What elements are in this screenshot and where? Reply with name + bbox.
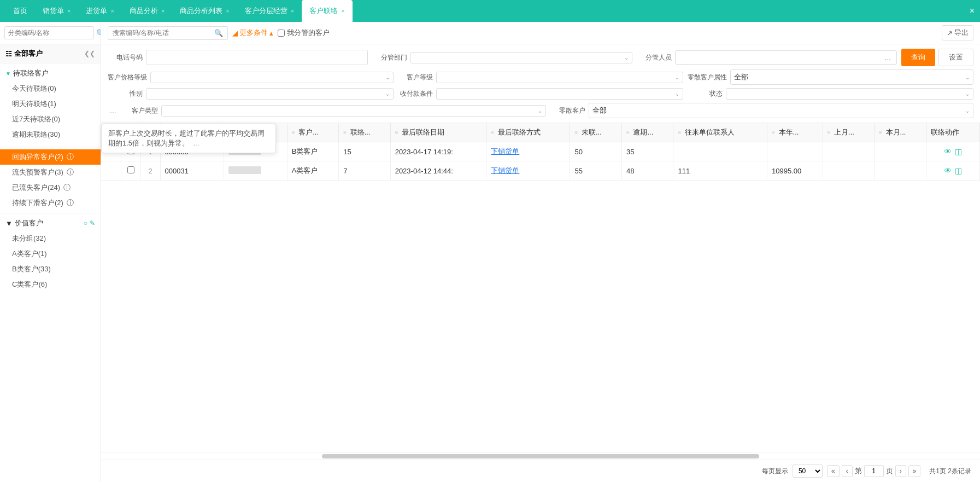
nav-close-customer-segment[interactable]: × xyxy=(291,8,294,14)
sidebar-header: ☷ 全部客户 ❮❮ xyxy=(0,44,101,63)
adv-filter-row-4: ... 客户类型 ⌄ 零散客户 全部 ⌄ xyxy=(108,103,973,118)
sidebar-pending-title[interactable]: ▼ 待联络客户 xyxy=(0,66,101,81)
col-unread[interactable]: 未联... xyxy=(570,123,621,142)
retail-customer-select[interactable]: 全部 ⌄ xyxy=(589,103,973,118)
row-view-icon-1[interactable]: 👁 xyxy=(944,166,952,175)
sidebar-pending-7days[interactable]: 近7天待联络(0) xyxy=(0,112,101,127)
row-last-method-0[interactable]: 下销货单 xyxy=(486,142,570,161)
row-code-1: 000031 xyxy=(160,161,224,181)
col-unit-contact[interactable]: 往来单位联系人 xyxy=(673,123,767,142)
sidebar-add-icon[interactable]: ○ xyxy=(84,219,87,227)
page-number-input[interactable] xyxy=(864,465,884,477)
nav-sales-order[interactable]: 销货单 × xyxy=(35,0,78,22)
sidebar-value-group-title[interactable]: ▼ 价值客户 ○ ✎ xyxy=(0,216,101,231)
next-page-btn[interactable]: › xyxy=(895,465,906,477)
sidebar-collapse-btn[interactable]: ❮❮ xyxy=(84,50,95,57)
price-level-select[interactable]: ⌄ xyxy=(150,72,394,83)
nav-customer-segment[interactable]: 客户分层经营 × xyxy=(237,0,302,22)
scroll-thumb[interactable] xyxy=(322,454,759,458)
gender-select[interactable]: ⌄ xyxy=(146,88,394,100)
sidebar-divider-2 xyxy=(0,213,101,213)
nav-product-analysis[interactable]: 商品分析 × xyxy=(122,0,172,22)
my-customer-checkbox[interactable] xyxy=(278,30,285,37)
sidebar-keep-declining[interactable]: 持续下滑客户(2) ⓘ xyxy=(0,195,101,211)
horizontal-scrollbar[interactable] xyxy=(101,452,980,460)
nav-close-product-analysis[interactable]: × xyxy=(161,8,165,14)
nav-close-purchase-order[interactable]: × xyxy=(110,8,114,14)
repurchase-tooltip: 距客户上次交易时长，超过了此客户的平均交易周期的1.5倍，则视为异常。 ... xyxy=(101,124,276,153)
nav-product-analysis-list[interactable]: 商品分析列表 × xyxy=(172,0,237,22)
sidebar: 🔍 ☷ 全部客户 ❮❮ ▼ 待联络客户 今天待联络(0) 明天待联络(1) 近7… xyxy=(0,22,101,482)
row-qr-icon-0[interactable]: ◫ xyxy=(955,147,962,156)
col-last-month[interactable]: 上月... xyxy=(823,123,874,142)
customer-type-select[interactable]: ⌄ xyxy=(161,105,546,117)
tooltip-close-icon[interactable]: ... xyxy=(193,139,199,147)
nav-close-sales-order[interactable]: × xyxy=(67,8,71,14)
adv-filter-row-3: 性别 ⌄ 收付款条件 ⌄ 状态 ⌄ xyxy=(108,88,973,100)
filter-search-icon[interactable]: 🔍 xyxy=(214,29,223,37)
nav-purchase-order[interactable]: 进货单 × xyxy=(78,0,121,22)
prev-page-btn[interactable]: ‹ xyxy=(842,465,853,477)
row-select-1[interactable] xyxy=(127,166,134,173)
retail-attr-field: 零散客户属性 全部 ⌄ xyxy=(688,69,973,85)
more-filters-ellipsis[interactable]: ... xyxy=(108,106,119,115)
first-page-btn[interactable]: « xyxy=(827,465,840,477)
sidebar-edit-icon[interactable]: ✎ xyxy=(90,219,95,227)
nav-close-product-analysis-list[interactable]: × xyxy=(226,8,229,14)
setting-button[interactable]: 设置 xyxy=(938,49,973,66)
sidebar-search-area: 🔍 xyxy=(0,22,101,44)
per-page-select[interactable]: 50 100 200 xyxy=(793,464,823,478)
col-last-contact-method[interactable]: 最后联络方式 xyxy=(486,123,570,142)
sidebar-unclassified[interactable]: 未分组(32) xyxy=(0,231,101,246)
col-customer-type[interactable]: 客户... xyxy=(287,123,338,142)
row-checkbox-1 xyxy=(121,161,140,181)
sidebar-overdue[interactable]: 逾期未联络(30) xyxy=(0,127,101,142)
payment-select[interactable]: ⌄ xyxy=(436,88,684,100)
last-page-btn[interactable]: » xyxy=(908,465,921,477)
phone-input[interactable] xyxy=(146,50,368,65)
export-icon: ↗ xyxy=(947,29,953,37)
gender-caret-icon: ⌄ xyxy=(385,91,390,97)
col-last-contact-date[interactable]: 最后联络日期 xyxy=(390,123,486,142)
nav-home[interactable]: 首页 xyxy=(5,0,35,22)
gender-label: 性别 xyxy=(108,89,146,98)
filter-search-input[interactable] xyxy=(113,29,212,37)
sidebar-divider-1 xyxy=(0,147,101,147)
sidebar-b-class[interactable]: B类客户(33) xyxy=(0,262,101,277)
col-contact-count[interactable]: 联络... xyxy=(339,123,390,142)
person-input[interactable]: ... xyxy=(675,50,897,65)
table-footer: 每页显示 50 100 200 « ‹ 第 页 › » 共1页 2条记录 xyxy=(101,460,980,482)
sidebar-pending-tomorrow[interactable]: 明天待联络(1) xyxy=(0,96,101,112)
sidebar-repurchase-abnormal[interactable]: 回购异常客户(2) ⓘ xyxy=(0,149,101,165)
col-this-year[interactable]: 本年... xyxy=(767,123,823,142)
row-last-method-1[interactable]: 下销货单 xyxy=(486,161,570,181)
filter-more-conditions[interactable]: ◢ 更多条件 ▴ xyxy=(232,28,273,38)
window-close-button[interactable]: × xyxy=(970,6,975,16)
status-select[interactable]: ⌄ xyxy=(726,88,973,100)
sidebar-c-class[interactable]: C类客户(6) xyxy=(0,277,101,292)
page-navigation: « ‹ 第 页 › » xyxy=(827,465,920,477)
col-this-month[interactable]: 本月... xyxy=(875,123,926,142)
nav-customer-contact[interactable]: 客户联络 × xyxy=(302,0,352,22)
dept-select[interactable]: ⌄ xyxy=(410,52,632,63)
col-overdue[interactable]: 逾期... xyxy=(621,123,673,142)
customer-level-select[interactable]: ⌄ xyxy=(436,72,684,83)
sidebar-search-input[interactable] xyxy=(4,26,94,39)
retail-customer-field: 零散客户 全部 ⌄ xyxy=(550,103,973,118)
export-button[interactable]: ↗ 导出 xyxy=(942,25,973,40)
row-qr-icon-1[interactable]: ◫ xyxy=(955,166,962,175)
person-ellipsis[interactable]: ... xyxy=(882,53,893,62)
query-button[interactable]: 查询 xyxy=(901,49,935,66)
sidebar-a-class[interactable]: A类客户(1) xyxy=(0,246,101,262)
status-label: 状态 xyxy=(688,89,726,98)
retail-attr-select[interactable]: 全部 ⌄ xyxy=(730,69,973,85)
sidebar-pending-today[interactable]: 今天待联络(0) xyxy=(0,81,101,96)
nav-close-customer-contact[interactable]: × xyxy=(341,8,344,14)
filter-search-box: 🔍 xyxy=(108,26,228,40)
customer-level-field: 客户等级 ⌄ xyxy=(398,72,684,83)
row-view-icon-0[interactable]: 👁 xyxy=(944,147,952,156)
sidebar-already-lost[interactable]: 已流失客户(24) ⓘ xyxy=(0,180,101,195)
status-field: 状态 ⌄ xyxy=(688,88,973,100)
sidebar-search-icon[interactable]: 🔍 xyxy=(96,29,101,37)
sidebar-lost-preview[interactable]: 流失预警客户(3) ⓘ xyxy=(0,165,101,180)
